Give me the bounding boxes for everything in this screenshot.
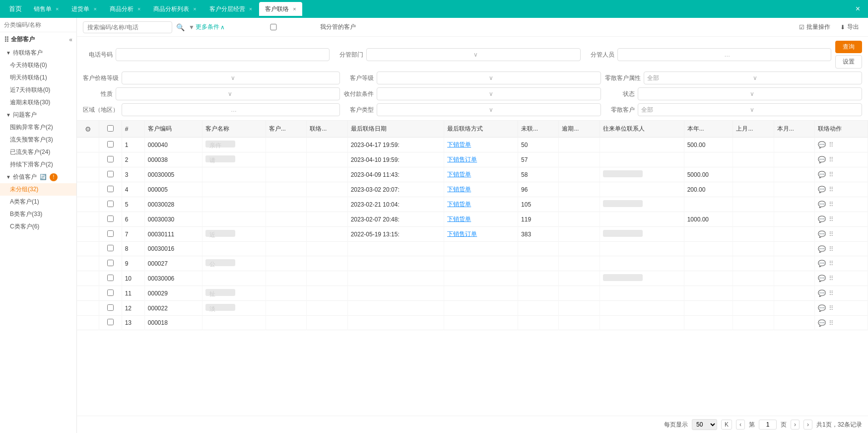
close-icon[interactable]: ×: [93, 6, 96, 12]
sidebar-item-class-c[interactable]: C类客户(6): [0, 220, 76, 233]
zero-retail-select[interactable]: 全部 ∨: [638, 103, 862, 116]
message-icon[interactable]: 💬: [818, 171, 826, 178]
my-customers-check[interactable]: [229, 24, 318, 30]
message-icon[interactable]: 💬: [818, 319, 826, 327]
col-code[interactable]: 客户编码: [144, 121, 202, 138]
export-button[interactable]: ⬇ 导出: [837, 21, 862, 33]
zero-retail-attr-select[interactable]: 全部 ∨: [644, 72, 862, 84]
gender-select[interactable]: ∨: [116, 87, 340, 100]
message-icon[interactable]: 💬: [818, 289, 826, 297]
nav-home[interactable]: 首页: [4, 2, 27, 16]
row-checkbox[interactable]: [107, 304, 114, 311]
message-icon[interactable]: 💬: [818, 230, 826, 238]
nav-tab-product-list[interactable]: 商品分析列表 ×: [147, 2, 202, 16]
message-icon[interactable]: 💬: [818, 141, 826, 148]
row-checkbox[interactable]: [107, 141, 114, 147]
dept-select[interactable]: ∨: [366, 48, 580, 61]
col-customer-type[interactable]: 客户...: [266, 121, 306, 138]
col-contact-person[interactable]: 联络...: [307, 121, 347, 138]
sidebar-item-class-a[interactable]: A类客户(1): [0, 196, 76, 208]
last-way-link[interactable]: 下销售订单: [447, 230, 477, 237]
settings-icon[interactable]: ⚙: [85, 125, 91, 133]
col-uncontact[interactable]: 未联...: [518, 121, 559, 138]
phone-input[interactable]: [116, 48, 330, 61]
price-level-select[interactable]: ∨: [122, 72, 340, 84]
nav-tab-product-analysis[interactable]: 商品分析 ×: [104, 2, 146, 16]
select-all-checkbox[interactable]: [107, 125, 114, 132]
row-checkbox[interactable]: [107, 289, 114, 296]
region-select[interactable]: …: [122, 103, 340, 116]
row-checkbox[interactable]: [107, 230, 114, 237]
col-last-way[interactable]: 最后联络方式: [444, 121, 518, 138]
row-checkbox[interactable]: [107, 260, 114, 266]
message-icon[interactable]: 💬: [818, 186, 826, 193]
sidebar-item-churned[interactable]: 已流失客户(24): [0, 146, 76, 158]
grid-action-icon[interactable]: ⠿: [829, 201, 834, 208]
row-checkbox[interactable]: [107, 216, 114, 222]
message-icon[interactable]: 💬: [818, 260, 826, 267]
col-this-month[interactable]: 本月...: [774, 121, 814, 138]
row-checkbox[interactable]: [107, 156, 114, 162]
sidebar-item-churn-warning[interactable]: 流失预警客户(3): [0, 134, 76, 146]
nav-tab-customer-mgmt[interactable]: 客户分层经营 ×: [203, 2, 258, 16]
row-checkbox[interactable]: [107, 319, 114, 325]
message-icon[interactable]: 💬: [818, 216, 826, 223]
sidebar-item-ungroup[interactable]: 未分组(32): [0, 183, 76, 196]
prev-page-button[interactable]: ‹: [736, 420, 745, 430]
nav-tab-purchase[interactable]: 进货单 ×: [66, 2, 102, 16]
row-checkbox[interactable]: [107, 171, 114, 177]
batch-operation-button[interactable]: ☑ 批量操作: [796, 21, 833, 33]
last-page-button[interactable]: ›: [803, 420, 812, 430]
all-customers-header[interactable]: ⠿ 全部客户 «: [0, 32, 76, 47]
close-icon[interactable]: ×: [293, 6, 296, 12]
col-checkbox[interactable]: [99, 121, 122, 138]
grid-action-icon[interactable]: ⠿: [829, 260, 834, 267]
sidebar-item-abnormal[interactable]: 囤购异常客户(2): [0, 121, 76, 134]
nav-tab-customer-contact[interactable]: 客户联络 ×: [259, 2, 302, 16]
grid-action-icon[interactable]: ⠿: [829, 230, 834, 238]
message-icon[interactable]: 💬: [818, 245, 826, 253]
col-overdue[interactable]: 逾期...: [559, 121, 600, 138]
grid-action-icon[interactable]: ⠿: [829, 171, 834, 178]
close-icon[interactable]: ×: [56, 6, 59, 12]
col-contacts[interactable]: 往来单位联系人: [600, 121, 684, 138]
row-checkbox[interactable]: [107, 201, 114, 207]
grid-action-icon[interactable]: ⠿: [829, 141, 834, 148]
close-icon[interactable]: ×: [137, 6, 140, 12]
message-icon[interactable]: 💬: [818, 156, 826, 163]
last-way-link[interactable]: 下销货单: [447, 171, 471, 178]
sidebar-item-overdue[interactable]: 逾期未联络(30): [0, 96, 76, 109]
close-icon[interactable]: ×: [193, 6, 196, 12]
page-number-input[interactable]: [759, 420, 777, 430]
next-page-button[interactable]: ›: [791, 420, 800, 430]
message-icon[interactable]: 💬: [818, 304, 826, 312]
row-checkbox[interactable]: [107, 275, 114, 281]
nav-tab-sales[interactable]: 销售单 ×: [28, 2, 65, 16]
grid-action-icon[interactable]: ⠿: [829, 216, 834, 223]
more-conditions-button[interactable]: ▼ 更多条件 ∧: [189, 23, 225, 31]
sidebar-group-value[interactable]: ▼ 价值客户 🔄 !: [0, 171, 76, 183]
close-all-tabs[interactable]: ×: [852, 4, 864, 13]
first-page-button[interactable]: K: [721, 420, 732, 430]
grid-action-icon[interactable]: ⠿: [829, 156, 834, 163]
sidebar-search-input[interactable]: [4, 21, 77, 28]
collapse-icon[interactable]: «: [69, 36, 72, 43]
col-last-month[interactable]: 上月...: [733, 121, 774, 138]
last-way-link[interactable]: 下销货单: [447, 216, 471, 222]
page-size-select[interactable]: 50 20 100: [692, 419, 717, 430]
search-button[interactable]: 🔍: [176, 23, 185, 31]
grid-action-icon[interactable]: ⠿: [829, 186, 834, 193]
reset-button[interactable]: 设置: [835, 55, 862, 69]
last-way-link[interactable]: 下销货单: [447, 201, 471, 208]
sidebar-group-pending[interactable]: ▼ 待联络客户: [0, 47, 76, 59]
sidebar-item-tomorrow[interactable]: 明天待联络(1): [0, 72, 76, 84]
col-name[interactable]: 客户名称: [202, 121, 266, 138]
my-customers-checkbox[interactable]: 我分管的客户: [229, 23, 356, 31]
sidebar-item-today[interactable]: 今天待联络(0): [0, 59, 76, 72]
message-icon[interactable]: 💬: [818, 201, 826, 208]
sidebar-item-class-b[interactable]: B类客户(33): [0, 208, 76, 220]
grid-action-icon[interactable]: ⠿: [829, 245, 834, 253]
row-checkbox[interactable]: [107, 245, 114, 251]
col-this-year[interactable]: 本年...: [684, 121, 733, 138]
grid-action-icon[interactable]: ⠿: [829, 304, 834, 312]
